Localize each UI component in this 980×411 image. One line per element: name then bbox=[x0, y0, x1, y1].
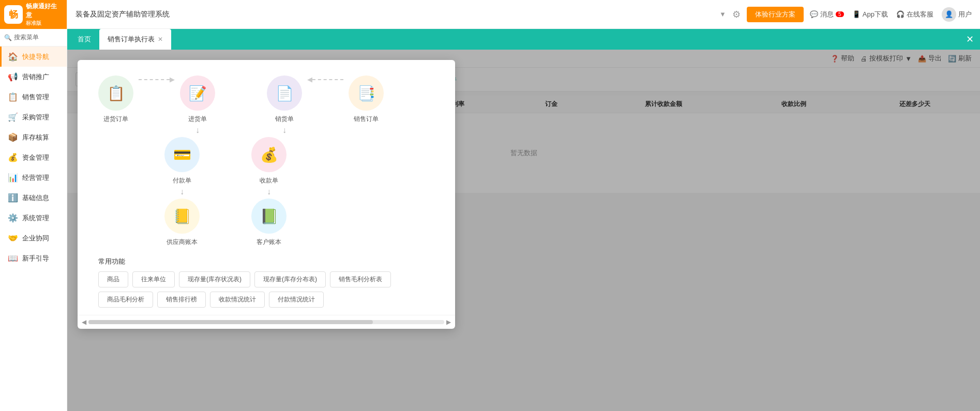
flow-node-customer-ledger[interactable]: 📗 客户账本 bbox=[251, 199, 287, 247]
payment-circle: 💳 bbox=[164, 137, 200, 172]
sidebar-item-7[interactable]: ℹ️基础信息 bbox=[0, 188, 67, 208]
flow-col-purchase: 📝 进货单 ↓ bbox=[180, 75, 215, 137]
sidebar-item-6[interactable]: 📊经营管理 bbox=[0, 168, 67, 188]
receipt-circle: 💰 bbox=[251, 137, 287, 172]
arrow-receipt-down: ↓ bbox=[267, 187, 271, 196]
online-service-btn[interactable]: 🎧 在线客服 bbox=[896, 10, 933, 19]
sidebar-item-label-2: 销售管理 bbox=[22, 93, 49, 102]
sidebar-item-4[interactable]: 📦库存核算 bbox=[0, 127, 67, 147]
search-icon: 🔍 bbox=[4, 34, 12, 41]
flow-col-sales-order: 📑 销售订单 bbox=[349, 75, 384, 124]
logo-icon: 畅 bbox=[4, 5, 23, 24]
sidebar-item-label-5: 资金管理 bbox=[22, 153, 49, 162]
common-functions-section: 常用功能 商品往来单位现存量(库存状况表)现存量(库存分布表)销售毛利分析表商品… bbox=[98, 257, 434, 308]
payment-label: 付款单 bbox=[173, 176, 191, 185]
flow-node-purchase-order[interactable]: 📋 进货订单 bbox=[98, 75, 133, 124]
arrow-purchase-down: ↓ bbox=[195, 126, 200, 135]
flow-row-2: 💳 付款单 ↓ 💰 bbox=[98, 137, 434, 199]
sidebar-nav: 🏠快捷导航📢营销推广📋销售管理🛒采购管理📦库存核算💰资金管理📊经营管理ℹ️基础信… bbox=[0, 47, 67, 268]
tab-home[interactable]: 首页 bbox=[69, 29, 99, 50]
flow-row-1: 📋 进货订单 ▶ bbox=[98, 75, 434, 137]
purchase-order-label: 进货订单 bbox=[103, 115, 128, 124]
sales-circle: 📄 bbox=[267, 75, 302, 111]
purchase-label: 进货单 bbox=[188, 115, 207, 124]
sidebar-item-label-3: 采购管理 bbox=[22, 113, 49, 122]
topbar-right: 💬 消息 5 📱 App下载 🎧 在线客服 👤 用户 bbox=[810, 7, 972, 22]
flow-col-supplier-ledger: 📒 供应商账本 bbox=[164, 199, 200, 247]
message-badge: 5 bbox=[836, 11, 844, 17]
tabbar: 首页 销售订单执行表 ✕ ✕ bbox=[67, 29, 980, 50]
common-btn-5[interactable]: 商品毛利分析 bbox=[98, 292, 153, 308]
search-menu[interactable]: 🔍 搜索菜单 bbox=[0, 29, 67, 47]
common-btn-4[interactable]: 销售毛利分析表 bbox=[330, 271, 391, 287]
app-logo: 畅 畅康通好生意 标准版 bbox=[0, 0, 67, 29]
sidebar-item-icon-6: 📊 bbox=[8, 173, 18, 182]
user-btn[interactable]: 👤 用户 bbox=[942, 7, 972, 22]
sidebar: 畅 畅康通好生意 标准版 🔍 搜索菜单 🏠快捷导航📢营销推广📋销售管理🛒采购管理… bbox=[0, 0, 67, 411]
common-btn-6[interactable]: 销售排行榜 bbox=[157, 292, 206, 308]
sidebar-item-0[interactable]: 🏠快捷导航 bbox=[0, 47, 67, 67]
sidebar-item-2[interactable]: 📋销售管理 bbox=[0, 87, 67, 107]
customer-ledger-circle: 📗 bbox=[251, 199, 287, 234]
sidebar-item-label-0: 快捷导航 bbox=[22, 52, 49, 62]
service-icon: 🎧 bbox=[896, 10, 904, 18]
experience-btn[interactable]: 体验行业方案 bbox=[747, 7, 804, 22]
tabbar-close-btn[interactable]: ✕ bbox=[962, 34, 978, 45]
sidebar-item-10[interactable]: 📖新手引导 bbox=[0, 248, 67, 268]
flow-col-payment: 💳 付款单 ↓ bbox=[164, 137, 200, 199]
common-btn-7[interactable]: 收款情况统计 bbox=[210, 292, 265, 308]
flow-node-payment[interactable]: 💳 付款单 bbox=[164, 137, 200, 185]
customer-ledger-label: 客户账本 bbox=[257, 238, 281, 247]
tab-home-label: 首页 bbox=[78, 35, 91, 44]
sales-label: 销货单 bbox=[275, 115, 294, 124]
sidebar-item-icon-3: 🛒 bbox=[8, 112, 18, 122]
sidebar-item-label-1: 营销推广 bbox=[22, 72, 49, 82]
tab-sales-order-label: 销售订单执行表 bbox=[108, 35, 155, 44]
sidebar-item-5[interactable]: 💰资金管理 bbox=[0, 147, 67, 168]
common-btn-0[interactable]: 商品 bbox=[98, 271, 128, 287]
tab-sales-order[interactable]: 销售订单执行表 ✕ bbox=[99, 29, 171, 50]
app-sub: 标准版 bbox=[26, 20, 63, 27]
sidebar-item-9[interactable]: 🤝企业协同 bbox=[0, 228, 67, 248]
sidebar-item-label-4: 库存核算 bbox=[22, 133, 49, 142]
common-btn-3[interactable]: 现存量(库存分布表) bbox=[254, 271, 326, 287]
message-btn[interactable]: 💬 消息 5 bbox=[810, 10, 844, 19]
scroll-track[interactable] bbox=[88, 320, 444, 324]
tab-close-icon[interactable]: ✕ bbox=[158, 36, 163, 43]
scroll-right-arrow[interactable]: ▶ bbox=[446, 318, 451, 326]
common-btn-1[interactable]: 往来单位 bbox=[132, 271, 175, 287]
common-buttons-container: 商品往来单位现存量(库存状况表)现存量(库存分布表)销售毛利分析表商品毛利分析销… bbox=[98, 271, 434, 308]
sidebar-item-3[interactable]: 🛒采购管理 bbox=[0, 107, 67, 127]
app-name: 畅康通好生意 bbox=[26, 2, 63, 20]
scroll-left-arrow[interactable]: ◀ bbox=[82, 318, 86, 326]
sidebar-item-8[interactable]: ⚙️系统管理 bbox=[0, 208, 67, 228]
dropdown-arrow-icon: ▼ bbox=[719, 10, 726, 18]
flow-node-purchase[interactable]: 📝 进货单 bbox=[180, 75, 215, 124]
purchase-order-circle: 📋 bbox=[98, 75, 133, 111]
sidebar-item-icon-1: 📢 bbox=[8, 72, 18, 82]
scroll-thumb bbox=[88, 320, 373, 324]
dialog-scrollbar[interactable]: ◀ ▶ bbox=[78, 315, 455, 329]
sidebar-item-icon-2: 📋 bbox=[8, 92, 18, 102]
sidebar-item-1[interactable]: 📢营销推广 bbox=[0, 67, 67, 87]
flow-node-supplier-ledger[interactable]: 📒 供应商账本 bbox=[164, 199, 200, 247]
common-btn-2[interactable]: 现存量(库存状况表) bbox=[179, 271, 250, 287]
dialog-overlay: 📋 进货订单 ▶ bbox=[67, 50, 980, 411]
flow-node-receipt[interactable]: 💰 收款单 bbox=[251, 137, 287, 185]
supplier-ledger-label: 供应商账本 bbox=[167, 238, 198, 247]
sidebar-item-icon-9: 🤝 bbox=[8, 233, 18, 243]
search-menu-label: 搜索菜单 bbox=[14, 33, 39, 42]
flow-node-sales[interactable]: 📄 销货单 bbox=[267, 75, 302, 124]
content-area: ❓ 帮助 🖨 按模板打印 ▼ 📤 导出 🔄 刷新 — 📅 bbox=[67, 50, 980, 411]
common-btn-8[interactable]: 付款情况统计 bbox=[269, 292, 324, 308]
flow-node-sales-order[interactable]: 📑 销售订单 bbox=[349, 75, 384, 124]
common-functions-title: 常用功能 bbox=[98, 257, 434, 266]
arrow-sales-order-to-sales: ◀ bbox=[302, 75, 349, 83]
app-download-btn[interactable]: 📱 App下载 bbox=[852, 10, 888, 19]
sidebar-item-label-7: 基础信息 bbox=[22, 193, 49, 203]
sidebar-item-icon-10: 📖 bbox=[8, 253, 18, 263]
flow-col-purchase-order: 📋 进货订单 bbox=[98, 75, 133, 124]
settings-icon[interactable]: ⚙ bbox=[732, 9, 741, 20]
supplier-ledger-circle: 📒 bbox=[164, 199, 200, 234]
sidebar-item-icon-7: ℹ️ bbox=[8, 193, 18, 203]
